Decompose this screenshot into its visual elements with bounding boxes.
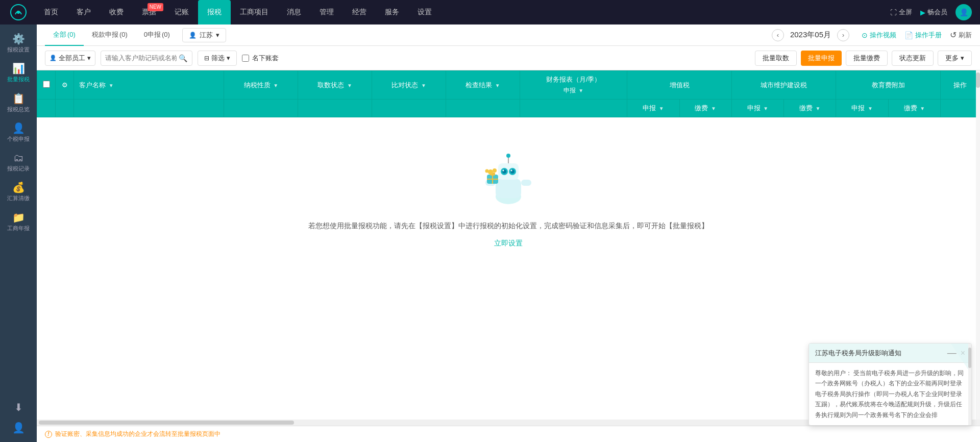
nav-operation[interactable]: 经营 [343,0,376,24]
settings-icon[interactable]: ⚙ [62,81,68,89]
prev-month-button[interactable]: ‹ [772,29,784,41]
nav-manage[interactable]: 管理 [310,0,343,24]
nav-customer[interactable]: 客户 [67,0,100,24]
app-logo[interactable] [8,2,29,22]
sidebar-download[interactable]: ⬇ [0,397,37,418]
search-box[interactable]: 🔍 [101,51,192,66]
check-filter-icon[interactable]: ▼ [495,83,500,88]
sidebar-item-settlement[interactable]: 💰 汇算清缴 [0,177,37,207]
notification-scroll-thumb[interactable] [968,348,971,368]
batch-pay-button[interactable]: 批量缴费 [846,51,888,66]
sidebar-item-tax-settings[interactable]: ⚙️ 报税设置 [0,29,37,58]
filter-button[interactable]: ⊟ 筛选 ▾ [198,51,237,66]
notification-panel: 江苏电子税务局升级影响通知 — × 尊敬的用户： 受当前电子税务局进一步升级的影… [808,343,972,426]
customer-filter-icon[interactable]: ▼ [109,83,114,88]
sidebar-item-tax-record[interactable]: 🗂 报税记录 [0,148,37,177]
nav-home[interactable]: 首页 [35,0,67,24]
select-all-checkbox[interactable] [43,81,50,88]
video-icon: ⊙ [862,31,868,39]
tabs-right-actions: ⊙ 操作视频 📄 操作手册 ↺ 刷新 [862,30,972,40]
top-nav-right: ⛶ 全屏 ▶ 畅会员 👤 [890,4,972,20]
account-checkbox-label[interactable]: 名下账套 [242,54,279,63]
sub-city-declare: 申报 ▼ [731,100,783,117]
sub-vat-declare: 申报 ▼ [627,100,679,117]
fetch-status-filter-icon[interactable]: ▼ [347,83,352,88]
new-badge: NEW [148,3,163,11]
sidebar-label-batch-tax: 批量报税 [7,76,30,83]
col-compare-status: 比对状态 ▼ [372,71,446,100]
compare-filter-icon[interactable]: ▼ [421,83,426,88]
vat-pay-filter[interactable]: ▼ [711,106,716,111]
batch-declare-button[interactable]: 批量申报 [801,51,842,66]
top-navigation: 首页 客户 收费 票据 NEW 记账 报税 工商项目 消息 管理 经营 服务 设… [0,0,980,24]
batch-fetch-button[interactable]: 批量取数 [755,51,797,66]
employee-select[interactable]: 👤 全部员工 ▾ [45,51,95,66]
city-declare-filter[interactable]: ▼ [763,106,768,111]
sidebar-item-annual-report[interactable]: 📁 工商年报 [0,207,37,237]
toolbar-right-buttons: 批量取数 批量申报 批量缴费 状态更新 更多 ▾ [755,51,972,66]
sub-empty-6 [372,100,446,117]
city-pay-filter[interactable]: ▼ [816,106,821,111]
sub-empty-1 [37,100,56,117]
setup-link[interactable]: 立即设置 [494,239,523,248]
user-icon: 👤 [12,423,25,433]
filter-chevron-icon: ▾ [227,54,230,62]
nav-message[interactable]: 消息 [278,0,310,24]
manual-icon: 📄 [904,31,913,39]
next-month-button[interactable]: › [837,29,849,41]
financial-filter-icon[interactable]: ▼ [578,88,583,93]
notification-close-btn[interactable]: × [961,349,965,357]
fullscreen-btn[interactable]: ⛶ 全屏 [890,8,912,17]
customer-name-label: 客户名称 [79,81,106,89]
edu-declare-filter[interactable]: ▼ [868,106,873,111]
nav-business[interactable]: 工商项目 [231,0,278,24]
sub-empty-3 [74,100,224,117]
vat-declare-filter[interactable]: ▼ [659,106,664,111]
tab-all[interactable]: 全部 (0) [45,24,84,46]
col-checkbox [37,71,56,100]
col-vat: 增值税 [627,71,732,100]
sub-empty-5 [298,100,372,117]
batch-tax-icon: 📊 [12,63,25,73]
tab-zero-declaration[interactable]: 0申报 (0) [136,24,178,46]
nav-service[interactable]: 服务 [376,0,408,24]
tab-tax-declaration[interactable]: 税款申报 (0) [84,24,136,46]
account-checkbox[interactable] [242,55,249,62]
vscroll-thumb[interactable] [976,72,980,88]
col-customer-name: 客户名称 ▼ [74,71,224,100]
video-action[interactable]: ⊙ 操作视频 [862,31,896,40]
sidebar-user[interactable]: 👤 [0,418,37,438]
sidebar-item-batch-tax[interactable]: 📊 批量报税 [0,58,37,88]
nav-revenue[interactable]: 收费 [100,0,133,24]
edu-pay-filter[interactable]: ▼ [920,106,925,111]
notification-minimize-btn[interactable]: — [947,348,957,358]
user-avatar[interactable]: 👤 [955,4,972,20]
employee-chevron-icon: ▾ [87,54,91,62]
col-operation: 操作 [941,71,980,100]
sidebar-item-personal-tax[interactable]: 👤 个税申报 [0,118,37,148]
nav-tax[interactable]: 报税 [198,0,231,24]
refresh-button[interactable]: ↺ 刷新 [950,30,972,40]
tax-record-icon: 🗂 [13,153,23,163]
hscroll-thumb[interactable] [39,421,294,425]
status-update-button[interactable]: 状态更新 [892,51,934,66]
region-selector[interactable]: 👤 江苏 ▾ [182,28,226,42]
bottom-warning-text: 验证账密、采集信息均成功的企业才会流转至批量报税页面中 [55,430,220,438]
sidebar-label-tax-overview: 报税总览 [7,106,30,113]
content-vscrollbar[interactable] [976,70,980,420]
empty-state-message: 若您想使用批量报税功能，请先在【报税设置】中进行报税的初始化设置，完成密码验证和… [308,222,708,231]
notification-scrollbar[interactable] [968,343,971,425]
nav-accounting[interactable]: 记账 [165,0,198,24]
nav-settings[interactable]: 设置 [408,0,441,24]
tax-nature-filter-icon[interactable]: ▼ [273,83,278,88]
search-input[interactable] [105,54,177,62]
manual-action[interactable]: 📄 操作手册 [904,31,942,40]
more-button[interactable]: 更多 ▾ [938,51,972,66]
sidebar-item-tax-overview[interactable]: 📋 报税总览 [0,88,37,118]
member-btn[interactable]: ▶ 畅会员 [920,8,947,17]
nav-invoice[interactable]: 票据 NEW [133,0,165,24]
sub-edu-pay: 缴费 ▼ [888,100,940,117]
data-table: ⚙ 客户名称 ▼ 纳税性质 ▼ 取数状态 ▼ [37,70,980,268]
chevron-down-icon: ▾ [216,31,219,39]
financial-sub-label: 申报 ▼ [525,86,622,95]
